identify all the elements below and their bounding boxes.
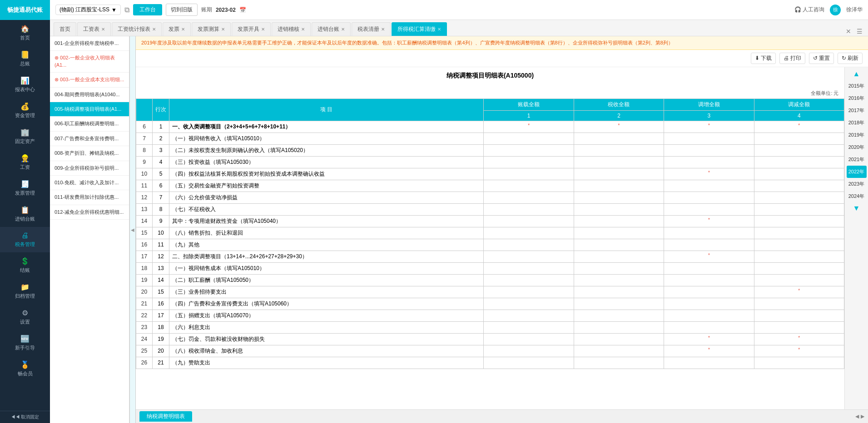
col2-cell[interactable] <box>574 262 664 274</box>
sidebar-item-reports[interactable]: 📊报表中心 <box>0 72 50 98</box>
col4-cell[interactable] <box>754 215 844 227</box>
year-btn-2018年[interactable]: 2018年 <box>847 117 867 129</box>
left-panel-item-002[interactable]: ⊗ 002-一般企业收入明细表(A1... <box>50 51 129 73</box>
sidebar-item-assets[interactable]: 🏢固定资产 <box>0 123 50 149</box>
close-all-icon[interactable]: ✕ <box>844 27 853 36</box>
col1-cell[interactable]: * <box>484 121 574 133</box>
year-nav-up[interactable]: ▲ <box>852 69 861 79</box>
sidebar-item-ledger[interactable]: 📒总账 <box>0 46 50 72</box>
tab-close-income-tax[interactable]: ✕ <box>437 27 441 32</box>
left-panel-item-004[interactable]: 004-期间费用明细表(A1040... <box>50 88 129 102</box>
company-selector[interactable]: (物副) 江西股宝-LSS ▼ <box>55 5 121 15</box>
col2-cell[interactable] <box>574 321 664 333</box>
col4-cell[interactable] <box>754 133 844 144</box>
left-panel-item-007[interactable]: 007-广告费和业务宣传费明... <box>50 132 129 146</box>
col3-cell[interactable] <box>664 357 754 369</box>
col1-cell[interactable] <box>484 239 574 251</box>
col4-cell[interactable] <box>754 227 844 239</box>
col3-cell[interactable] <box>664 321 754 333</box>
col2-cell[interactable] <box>574 239 664 251</box>
year-btn-2019年[interactable]: 2019年 <box>847 129 867 141</box>
sidebar-item-tax[interactable]: 🖨税务管理 <box>0 227 50 252</box>
year-btn-2021年[interactable]: 2021年 <box>847 153 867 166</box>
col4-cell[interactable] <box>754 156 844 168</box>
bottom-tab[interactable]: 纳税调整明细表 <box>139 411 192 422</box>
left-panel-item-011[interactable]: 011-研发费用加计扣除优惠... <box>50 190 129 205</box>
col4-cell[interactable] <box>754 203 844 215</box>
left-panel-item-005[interactable]: 005-纳税调整项目明细表(A1... <box>50 102 129 117</box>
col4-cell[interactable] <box>754 239 844 251</box>
tab-invoice[interactable]: 发票✕ <box>163 22 191 36</box>
col1-cell[interactable] <box>484 310 574 321</box>
tab-payroll-stat[interactable]: 工资统计报表✕ <box>112 22 162 36</box>
col3-cell[interactable] <box>664 298 754 310</box>
col4-cell[interactable] <box>754 180 844 192</box>
tab-close-input-check[interactable]: ✕ <box>301 27 305 32</box>
year-btn-2020年[interactable]: 2020年 <box>847 141 867 153</box>
col2-cell[interactable] <box>574 286 664 298</box>
col1-cell[interactable] <box>484 262 574 274</box>
col2-cell[interactable] <box>574 215 664 227</box>
tab-home[interactable]: 首页 <box>54 22 76 36</box>
tab-invoice-open[interactable]: 发票开具✕ <box>232 22 271 36</box>
col2-cell[interactable] <box>574 192 664 203</box>
col2-cell[interactable] <box>574 144 664 156</box>
sidebar-item-vip[interactable]: 🏅畅会员 <box>0 356 50 382</box>
col1-cell[interactable] <box>484 215 574 227</box>
workbench-button[interactable]: 工作台 <box>133 4 162 15</box>
col1-cell[interactable] <box>484 203 574 215</box>
left-panel-item-001[interactable]: 001-企业所得税年度纳税申... <box>50 36 129 51</box>
print-button[interactable]: 🖨 打印 <box>779 53 805 64</box>
col4-cell[interactable] <box>754 357 844 369</box>
col1-cell[interactable] <box>484 333 574 345</box>
col3-cell[interactable] <box>664 227 754 239</box>
col1-cell[interactable] <box>484 298 574 310</box>
sidebar-item-guide[interactable]: 🆕新手引导 <box>0 330 50 356</box>
sidebar-item-settings[interactable]: ⚙设置 <box>0 304 50 330</box>
col2-cell[interactable] <box>574 133 664 144</box>
col1-cell[interactable] <box>484 357 574 369</box>
tab-close-invoice-open[interactable]: ✕ <box>261 27 265 32</box>
reset-button[interactable]: ↺ 重置 <box>809 53 834 64</box>
col4-cell[interactable] <box>754 251 844 262</box>
year-btn-2024年[interactable]: 2024年 <box>847 190 867 202</box>
col3-cell[interactable]: * <box>664 215 754 227</box>
tab-close-input-ledger[interactable]: ✕ <box>341 27 345 32</box>
col3-cell[interactable] <box>664 274 754 286</box>
col2-cell[interactable] <box>574 180 664 192</box>
col3-cell[interactable] <box>664 133 754 144</box>
col2-cell[interactable] <box>574 168 664 180</box>
col2-cell[interactable] <box>574 274 664 286</box>
col3-cell[interactable] <box>664 180 754 192</box>
col3-cell[interactable] <box>664 144 754 156</box>
col4-cell[interactable]: * <box>754 121 844 133</box>
col4-cell[interactable] <box>754 262 844 274</box>
col1-cell[interactable] <box>484 251 574 262</box>
col3-cell[interactable]: * <box>664 168 754 180</box>
col2-cell[interactable] <box>574 203 664 215</box>
col4-cell[interactable]: * <box>754 286 844 298</box>
col3-cell[interactable]: * <box>664 345 754 357</box>
col3-cell[interactable]: * <box>664 333 754 345</box>
refresh-button[interactable]: ↻ 刷新 <box>838 53 863 64</box>
col4-cell[interactable] <box>754 144 844 156</box>
tab-input-ledger[interactable]: 进销台账✕ <box>312 22 351 36</box>
col1-cell[interactable] <box>484 133 574 144</box>
user-label[interactable]: 徐泽华 <box>846 6 863 14</box>
calendar-icon[interactable]: 📅 <box>239 7 246 13</box>
col4-cell[interactable] <box>754 310 844 321</box>
sidebar-item-input[interactable]: 📋进销台账 <box>0 201 50 227</box>
col2-cell[interactable] <box>574 227 664 239</box>
sidebar-item-payroll[interactable]: 👷工资 <box>0 149 50 175</box>
sidebar-item-archive[interactable]: 📁归档管理 <box>0 278 50 304</box>
col4-cell[interactable] <box>754 192 844 203</box>
col1-cell[interactable] <box>484 321 574 333</box>
sidebar-item-finance[interactable]: 💰资金管理 <box>0 98 50 123</box>
year-nav-down[interactable]: ▼ <box>852 203 861 213</box>
col4-cell[interactable]: * <box>754 333 844 345</box>
col2-cell[interactable] <box>574 357 664 369</box>
sidebar-item-invoice-mgmt[interactable]: 🧾发票管理 <box>0 175 50 201</box>
tab-input-check[interactable]: 进销稽核✕ <box>272 22 311 36</box>
tab-close-tax-clear[interactable]: ✕ <box>381 27 385 32</box>
sidebar-fix-toggle[interactable]: ◀◀ 取消固定 <box>0 411 50 423</box>
